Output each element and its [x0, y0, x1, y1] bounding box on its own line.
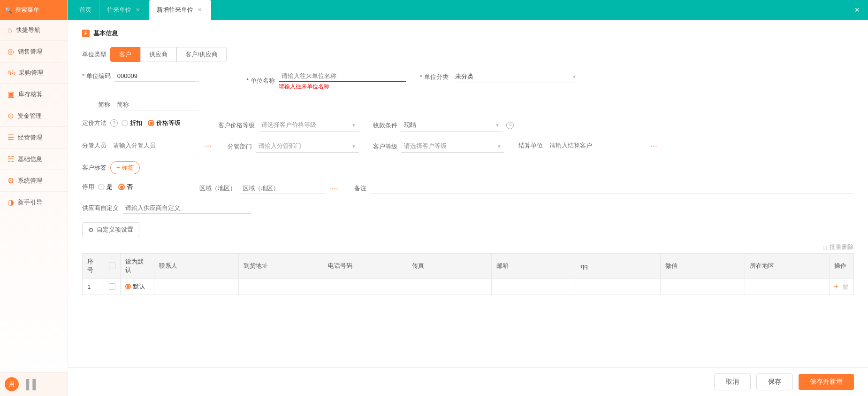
- unit-type-btn-both[interactable]: 客户/供应商: [176, 47, 227, 62]
- wechat-input[interactable]: [665, 283, 740, 290]
- sidebar-item-label: 快捷导航: [16, 26, 40, 34]
- pricing-help-icon[interactable]: ?: [110, 119, 118, 127]
- sidebar-item-system[interactable]: ⚙系统管理: [0, 170, 68, 192]
- tab-home[interactable]: 首页: [72, 0, 99, 20]
- customer-price-level-placeholder: 请选择客户价格等级: [261, 121, 350, 129]
- row-address[interactable]: [238, 279, 323, 295]
- search-menu[interactable]: 🔍 搜索菜单: [0, 0, 68, 20]
- row-region[interactable]: [745, 279, 829, 295]
- batch-delete-icon: □: [823, 244, 827, 251]
- department-select[interactable]: 请输入分管部门 ▼: [256, 140, 359, 153]
- tab-close-new-partner[interactable]: ×: [196, 6, 203, 14]
- row-default-radio[interactable]: [125, 284, 131, 289]
- row-select-checkbox[interactable]: [109, 283, 115, 290]
- purchase-icon: 🛍: [8, 69, 15, 77]
- sidebar-item-operations[interactable]: ☰经营管理: [0, 127, 68, 148]
- unit-type-btn-group: 客户供应商客户/供应商: [110, 47, 227, 62]
- customer-level-arrow-icon: ▼: [497, 144, 502, 149]
- unit-type-btn-customer[interactable]: 客户: [110, 47, 140, 62]
- payment-terms-help-icon[interactable]: ?: [506, 122, 514, 129]
- sidebar-item-guide[interactable]: ◑新手引导: [0, 192, 68, 213]
- pricing-discount-radio[interactable]: [122, 120, 128, 126]
- custom-settings-button[interactable]: ⚙ 自定义项设置: [82, 222, 139, 237]
- row-contact[interactable]: [154, 279, 238, 295]
- row-del-btn[interactable]: 🗑: [842, 283, 849, 290]
- main-area: 首页往来单位×新增往来单位× × F 基本信息 单位类型 客户供应商客户/供应商…: [68, 0, 868, 396]
- table-header-cell: 联系人: [154, 254, 238, 279]
- customer-level-select[interactable]: 请选择客户等级 ▼: [401, 140, 504, 153]
- disabled-yes-radio[interactable]: [98, 184, 105, 190]
- disabled-yes-option[interactable]: 是: [98, 183, 113, 191]
- row-wechat[interactable]: [660, 279, 745, 295]
- settlement-unit-more-btn[interactable]: ···: [649, 142, 659, 149]
- tags-row: 客户标签 + 标签: [82, 161, 854, 174]
- customer-level-label: 客户等级: [373, 142, 397, 151]
- tab-close-partners[interactable]: ×: [134, 6, 141, 14]
- table-header-cell: 电话号码: [323, 254, 407, 279]
- region-more-btn[interactable]: ···: [330, 185, 340, 192]
- disabled-yes-label: 是: [107, 183, 113, 191]
- region-input[interactable]: [240, 183, 326, 194]
- unit-category-group: * 单位分类 未分类 ▼: [420, 70, 579, 83]
- save-button[interactable]: 保存: [756, 373, 793, 390]
- short-name-group: 简称: [82, 99, 232, 110]
- pricing-method-label: 定价方法: [82, 119, 107, 127]
- payment-terms-select[interactable]: 现结 ▼: [401, 119, 503, 132]
- sidebar-item-finance[interactable]: ⊙资金管理: [0, 105, 68, 127]
- unit-code-input[interactable]: [114, 70, 199, 82]
- sidebar-item-inventory[interactable]: ▣库存核算: [0, 84, 68, 105]
- save-new-button[interactable]: 保存并新增: [799, 374, 854, 390]
- row-add-btn[interactable]: +: [834, 282, 838, 291]
- manager-group: 分管人员 ···: [82, 140, 213, 151]
- batch-delete-area[interactable]: □ 批量删除: [82, 243, 854, 251]
- cancel-button[interactable]: 取消: [714, 373, 751, 390]
- pricing-price-level-option[interactable]: 价格等级: [148, 119, 181, 127]
- short-name-label: 简称: [82, 101, 110, 109]
- qq-input[interactable]: [581, 283, 655, 290]
- contact-input[interactable]: [159, 283, 234, 290]
- supplier-custom-row: 供应商自定义: [82, 202, 854, 214]
- unit-type-btn-supplier[interactable]: 供应商: [140, 47, 176, 62]
- manager-more-btn[interactable]: ···: [203, 142, 213, 149]
- add-tag-button[interactable]: + 标签: [110, 161, 140, 174]
- sidebar-item-basic-info[interactable]: ☵基础信息: [0, 148, 68, 170]
- sidebar-item-sales[interactable]: ◎销售管理: [0, 41, 68, 62]
- row-qq[interactable]: [576, 279, 660, 295]
- customer-price-level-select[interactable]: 请选择客户价格等级 ▼: [259, 119, 359, 132]
- select-all-checkbox[interactable]: [109, 263, 115, 269]
- supplier-custom-group: 供应商自定义: [82, 202, 251, 214]
- disabled-no-label: 否: [127, 183, 133, 191]
- contacts-table: 序号设为默认联系人到货地址电话号码传真邮箱qq微信所在地区操作 1默认+🗑: [82, 253, 854, 295]
- manager-input[interactable]: [110, 140, 199, 151]
- row-fax[interactable]: [407, 279, 492, 295]
- tabbar-close-icon[interactable]: ×: [850, 5, 864, 15]
- supplier-custom-input[interactable]: [122, 202, 251, 214]
- region-label: 区域（地区）: [199, 184, 236, 193]
- unit-category-select[interactable]: 未分类 ▼: [452, 70, 579, 83]
- unit-name-input[interactable]: [279, 70, 406, 82]
- disabled-no-radio[interactable]: [118, 184, 125, 190]
- address-input[interactable]: [244, 283, 318, 290]
- email-input[interactable]: [496, 283, 571, 290]
- pricing-discount-option[interactable]: 折扣: [122, 119, 142, 127]
- customer-level-group: 客户等级 请选择客户等级 ▼: [373, 140, 504, 153]
- row-email[interactable]: [492, 279, 576, 295]
- tab-new-partner[interactable]: 新增往来单位×: [149, 0, 211, 20]
- settlement-unit-input[interactable]: [547, 140, 645, 151]
- section-title: 基本信息: [93, 29, 118, 38]
- disabled-no-option[interactable]: 否: [118, 183, 133, 191]
- row-phone[interactable]: [323, 279, 407, 295]
- region-input-table[interactable]: [750, 283, 824, 290]
- remarks-input[interactable]: [370, 183, 854, 194]
- pricing-price-level-radio[interactable]: [148, 120, 154, 126]
- sidebar-item-label: 库存核算: [18, 90, 43, 99]
- sidebar-item-quick-nav[interactable]: ⌂快捷导航: [0, 20, 68, 41]
- phone-input[interactable]: [328, 283, 403, 290]
- table-header-cell: 到货地址: [238, 254, 323, 279]
- sidebar-item-purchase[interactable]: 🛍采购管理: [0, 62, 68, 84]
- settlement-unit-label: 结算单位: [518, 141, 543, 150]
- fax-input[interactable]: [412, 283, 487, 290]
- row-checkbox[interactable]: [104, 279, 121, 295]
- short-name-input[interactable]: [114, 99, 198, 110]
- tab-partners[interactable]: 往来单位×: [99, 0, 149, 20]
